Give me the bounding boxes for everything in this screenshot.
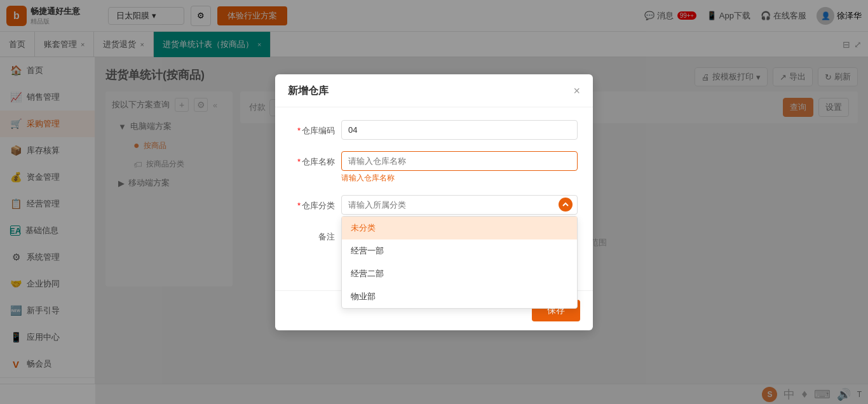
name-input[interactable] [341, 151, 578, 171]
category-dropdown-list: 未分类 经营一部 经营二部 物业部 [341, 216, 578, 309]
form-row-category: *仓库分类 未分类 经营一部 经营二部 物业部 [290, 195, 578, 215]
modal-title: 新增仓库 [288, 84, 329, 98]
modal-header: 新增仓库 × [275, 74, 593, 107]
code-field [341, 120, 578, 140]
code-label: *仓库编码 [290, 120, 341, 137]
name-label: *仓库名称 [290, 151, 341, 168]
name-error-tip: 请输入仓库名称 [341, 173, 578, 184]
dropdown-option-unclassified[interactable]: 未分类 [342, 217, 577, 239]
note-label: 备注 [290, 226, 341, 243]
dropdown-option-property[interactable]: 物业部 [342, 285, 577, 308]
dropdown-arrow[interactable] [559, 198, 573, 212]
modal-close-button[interactable]: × [573, 84, 580, 98]
category-input[interactable] [341, 195, 578, 215]
modal-dialog: 新增仓库 × *仓库编码 *仓库名称 请输入仓库名称 [275, 74, 593, 330]
chevron-up-icon [562, 201, 569, 208]
name-field: 请输入仓库名称 [341, 151, 578, 184]
form-row-code: *仓库编码 [290, 120, 578, 140]
code-input[interactable] [341, 120, 578, 140]
category-field: 未分类 经营一部 经营二部 物业部 [341, 195, 578, 215]
form-row-name: *仓库名称 请输入仓库名称 [290, 151, 578, 184]
modal-overlay: 新增仓库 × *仓库编码 *仓库名称 请输入仓库名称 [0, 0, 868, 404]
modal-body: *仓库编码 *仓库名称 请输入仓库名称 *仓库分类 [275, 107, 593, 290]
dropdown-option-dept2[interactable]: 经营二部 [342, 262, 577, 285]
category-label: *仓库分类 [290, 195, 341, 212]
dropdown-option-dept1[interactable]: 经营一部 [342, 239, 577, 262]
